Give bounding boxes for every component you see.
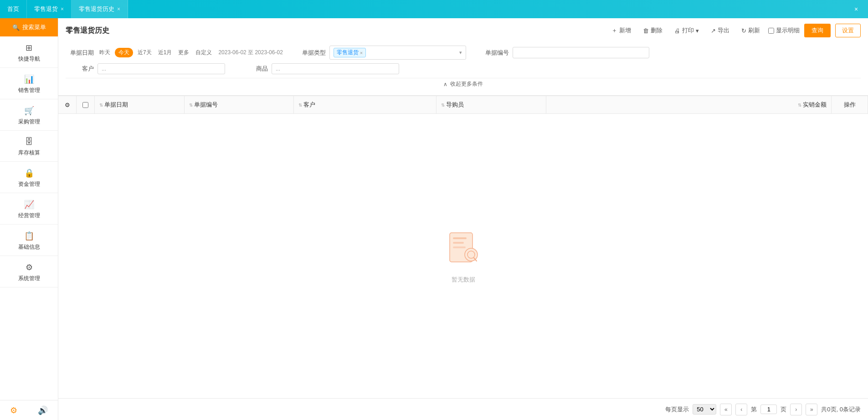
sys-mgmt-icon: ⚙: [26, 262, 33, 272]
export-icon: ↗: [711, 27, 716, 34]
tab-home[interactable]: 首页: [0, 0, 27, 18]
sidebar-item-label-inventory-calc: 库存核算: [18, 149, 40, 157]
per-page-select[interactable]: 10 20 50 100: [693, 404, 716, 415]
print-button[interactable]: 🖨 打印 ▾: [671, 25, 703, 36]
print-icon: 🖨: [674, 27, 680, 34]
first-page-btn[interactable]: «: [720, 404, 732, 415]
date-opt-today[interactable]: 今天: [115, 48, 133, 57]
th-number[interactable]: ⇅ 单据编号: [185, 96, 294, 113]
sidebar-item-sys-mgmt[interactable]: ⚙ 系统管理: [0, 256, 58, 287]
th-number-label: 单据编号: [194, 101, 218, 109]
collapse-label: 收起更多条件: [450, 80, 483, 88]
customer-filter-label: 客户: [66, 65, 98, 73]
date-opt-more[interactable]: 更多: [176, 48, 191, 57]
sidebar-item-capital-mgmt[interactable]: 🔒 资金管理: [0, 162, 58, 193]
th-date-label: 单据日期: [104, 101, 128, 109]
sidebar-item-inventory-calc[interactable]: 🗄 库存核算: [0, 131, 58, 162]
sidebar-search-label: 搜索菜单: [22, 23, 46, 31]
filter-row-2: 客户 ... 商品 ...: [66, 63, 861, 74]
page-of: 页: [781, 405, 786, 414]
type-tag: 零售退货 ×: [334, 48, 366, 57]
next-page-btn[interactable]: ›: [790, 404, 802, 415]
th-customer[interactable]: ⇅ 客户: [294, 96, 437, 113]
search-icon: 🔍: [12, 24, 20, 31]
add-button[interactable]: ＋ 新增: [608, 25, 635, 36]
filter-area: 单据日期 昨天 今天 近7天 近1月 更多 自定义 2023-06-02 至 2…: [66, 42, 861, 95]
tab-retail-return-history[interactable]: 零售退货历史 ×: [72, 0, 128, 18]
number-filter-label: 单据编号: [481, 49, 513, 57]
date-opt-yesterday[interactable]: 昨天: [98, 48, 112, 57]
window-close-btn[interactable]: ×: [852, 5, 861, 14]
sales-mgmt-icon: 📊: [24, 74, 34, 84]
prev-page-btn[interactable]: ‹: [735, 404, 747, 415]
last-page-btn[interactable]: »: [806, 404, 817, 415]
date-opt-custom[interactable]: 自定义: [194, 48, 214, 57]
table-settings-icon: ⚙: [65, 102, 70, 108]
quick-nav-icon: ⊞: [26, 43, 32, 53]
delete-icon: 🗑: [643, 27, 649, 34]
th-amount[interactable]: ⇅ 实销金额: [755, 96, 832, 113]
sidebar-item-label-business-mgmt: 经营管理: [18, 212, 40, 220]
settings-button[interactable]: 设置: [835, 24, 861, 37]
number-filter-input[interactable]: [513, 47, 649, 58]
query-button[interactable]: 查询: [804, 24, 831, 37]
th-settings[interactable]: ⚙: [58, 96, 77, 113]
date-filter: 昨天 今天 近7天 近1月 更多 自定义 2023-06-02 至 2023-0…: [98, 48, 283, 57]
date-opt-1month[interactable]: 近1月: [156, 48, 174, 57]
tab-retail-return-close[interactable]: ×: [61, 6, 64, 12]
sidebar-item-label-sys-mgmt: 系统管理: [18, 275, 40, 282]
tab-retail-return[interactable]: 零售退货 ×: [27, 0, 72, 18]
sidebar-settings-btn[interactable]: ⚙: [10, 405, 17, 415]
delete-button[interactable]: 🗑 删除: [639, 25, 666, 36]
collapse-bar[interactable]: ∧ 收起更多条件: [66, 78, 861, 92]
show-detail-label: 显示明细: [776, 26, 800, 35]
th-action-label: 操作: [844, 101, 856, 109]
current-page-input[interactable]: [760, 405, 777, 414]
th-checkbox[interactable]: [77, 96, 95, 113]
th-customer-label: 客户: [303, 101, 315, 109]
sidebar-item-label-capital-mgmt: 资金管理: [18, 180, 40, 188]
sidebar-item-basic-info[interactable]: 📋 基础信息: [0, 225, 58, 256]
basic-info-icon: 📋: [24, 231, 34, 241]
goods-filter-input[interactable]: ...: [272, 63, 399, 74]
export-button[interactable]: ↗ 导出: [707, 25, 733, 36]
date-opt-7days[interactable]: 近7天: [136, 48, 154, 57]
sidebar-item-label-purchase-mgmt: 采购管理: [18, 118, 40, 126]
filter-row-1: 单据日期 昨天 今天 近7天 近1月 更多 自定义 2023-06-02 至 2…: [66, 46, 861, 60]
capital-mgmt-icon: 🔒: [24, 168, 34, 178]
refresh-button[interactable]: ↻ 刷新: [738, 25, 764, 36]
th-spacer: [546, 96, 755, 113]
show-detail-checkbox[interactable]: 显示明细: [768, 26, 800, 35]
sidebar-item-quick-nav[interactable]: ⊞ 快捷导航: [0, 36, 58, 68]
sidebar-item-label-quick-nav: 快捷导航: [18, 55, 40, 63]
sidebar-item-label-basic-info: 基础信息: [18, 243, 40, 251]
content-area: 零售退货历史 ＋ 新增 🗑 删除 🖨 打印 ▾: [58, 18, 868, 420]
table-area: ⚙ ⇅ 单据日期 ⇅ 单据编号 ⇅ 客户 ⇅: [58, 96, 868, 420]
th-guide[interactable]: ⇅ 导购员: [437, 96, 546, 113]
tab-retail-return-history-close[interactable]: ×: [117, 6, 120, 12]
type-tag-close[interactable]: ×: [360, 50, 363, 56]
select-all-checkbox[interactable]: [82, 102, 88, 108]
refresh-icon: ↻: [741, 27, 746, 34]
inventory-calc-icon: 🗄: [25, 137, 33, 147]
type-select[interactable]: 零售退货 × ▾: [329, 46, 466, 60]
date-range-display: 2023-06-02 至 2023-06-02: [218, 49, 282, 56]
th-guide-sort-icon: ⇅: [441, 102, 445, 108]
svg-rect-3: [453, 246, 466, 248]
sidebar-search[interactable]: 🔍 搜索菜单: [0, 18, 58, 36]
business-mgmt-icon: 📈: [24, 200, 34, 210]
show-detail-input[interactable]: [768, 28, 774, 34]
table-header: ⚙ ⇅ 单据日期 ⇅ 单据编号 ⇅ 客户 ⇅: [58, 96, 868, 114]
th-date[interactable]: ⇅ 单据日期: [95, 96, 185, 113]
page-title-row: 零售退货历史 ＋ 新增 🗑 删除 🖨 打印 ▾: [66, 24, 861, 37]
sidebar-audio-btn[interactable]: 🔊: [38, 405, 48, 415]
type-tag-text: 零售退货: [337, 49, 359, 56]
export-label: 导出: [718, 26, 729, 35]
sidebar-nav: ⊞ 快捷导航 📊 销售管理 🛒 采购管理 🗄 库存核算 🔒 资金管理 📈: [0, 36, 58, 400]
sidebar-item-sales-mgmt[interactable]: 📊 销售管理: [0, 68, 58, 99]
empty-illustration: [443, 228, 484, 269]
sidebar-item-purchase-mgmt[interactable]: 🛒 采购管理: [0, 99, 58, 131]
th-customer-sort-icon: ⇅: [298, 102, 302, 108]
sidebar-item-business-mgmt[interactable]: 📈 经营管理: [0, 193, 58, 225]
customer-filter-input[interactable]: ...: [98, 63, 225, 74]
